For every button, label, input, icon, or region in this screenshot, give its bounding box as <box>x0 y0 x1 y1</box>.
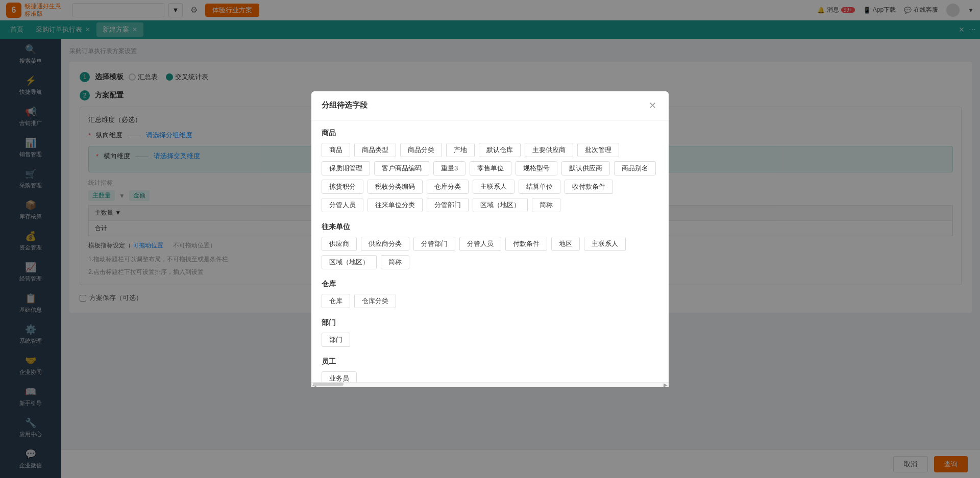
field-group-title-4: 员工 <box>322 357 658 366</box>
hscroll-right[interactable]: ▶ <box>663 383 669 387</box>
modal-hscroll: ◀ ▶ <box>311 382 669 387</box>
field-tag-0-0[interactable]: 商品 <box>322 143 350 157</box>
field-tag-1-7[interactable]: 区域（地区） <box>322 255 377 269</box>
modal-overlay: 分组待选字段 ✕ 商品商品商品类型商品分类产地默认仓库主要供应商批次管理保质期管… <box>0 0 980 478</box>
field-tag-0-20[interactable]: 分管人员 <box>322 198 363 212</box>
modal-dialog: 分组待选字段 ✕ 商品商品商品类型商品分类产地默认仓库主要供应商批次管理保质期管… <box>311 91 669 387</box>
field-tag-0-7[interactable]: 保质期管理 <box>322 161 370 175</box>
field-tag-0-19[interactable]: 收付款条件 <box>565 180 613 194</box>
field-tags-4: 业务员 <box>322 371 658 382</box>
field-tag-0-23[interactable]: 区域（地区） <box>473 198 528 212</box>
field-tag-0-18[interactable]: 结算单位 <box>519 180 560 194</box>
field-tag-0-2[interactable]: 商品分类 <box>400 143 442 157</box>
field-tag-0-15[interactable]: 税收分类编码 <box>368 180 423 194</box>
field-tag-0-6[interactable]: 批次管理 <box>577 143 619 157</box>
field-tag-0-14[interactable]: 拣货积分 <box>322 180 363 194</box>
modal-title: 分组待选字段 <box>322 100 368 110</box>
field-tags-2: 仓库仓库分类 <box>322 294 658 308</box>
field-tags-3: 部门 <box>322 333 658 347</box>
field-tags-0: 商品商品类型商品分类产地默认仓库主要供应商批次管理保质期管理客户商品编码重量3零… <box>322 143 658 212</box>
field-tag-1-4[interactable]: 付款条件 <box>505 237 547 251</box>
field-group-0: 商品商品商品类型商品分类产地默认仓库主要供应商批次管理保质期管理客户商品编码重量… <box>322 129 658 212</box>
field-tag-0-1[interactable]: 商品类型 <box>354 143 396 157</box>
field-group-1: 往来单位供应商供应商分类分管部门分管人员付款条件地区主联系人区域（地区）简称 <box>322 222 658 269</box>
field-tag-0-22[interactable]: 分管部门 <box>427 198 469 212</box>
field-group-2: 仓库仓库仓库分类 <box>322 280 658 308</box>
field-tag-0-16[interactable]: 仓库分类 <box>427 180 469 194</box>
field-tag-2-0[interactable]: 仓库 <box>322 294 350 308</box>
field-tag-0-13[interactable]: 商品别名 <box>614 161 656 175</box>
field-tag-1-3[interactable]: 分管人员 <box>459 237 501 251</box>
field-tag-1-0[interactable]: 供应商 <box>322 237 357 251</box>
field-tag-0-24[interactable]: 简称 <box>532 198 560 212</box>
field-group-title-2: 仓库 <box>322 280 658 289</box>
field-tag-0-10[interactable]: 零售单位 <box>470 161 511 175</box>
field-tag-0-4[interactable]: 默认仓库 <box>479 143 521 157</box>
field-tags-1: 供应商供应商分类分管部门分管人员付款条件地区主联系人区域（地区）简称 <box>322 237 658 269</box>
field-group-title-3: 部门 <box>322 318 658 328</box>
field-tag-0-11[interactable]: 规格型号 <box>516 161 557 175</box>
field-tag-2-1[interactable]: 仓库分类 <box>354 294 396 308</box>
field-tag-1-2[interactable]: 分管部门 <box>413 237 455 251</box>
field-tag-0-12[interactable]: 默认供应商 <box>561 161 610 175</box>
field-tag-0-3[interactable]: 产地 <box>446 143 475 157</box>
modal-close-btn[interactable]: ✕ <box>646 99 658 112</box>
modal-body: 商品商品商品类型商品分类产地默认仓库主要供应商批次管理保质期管理客户商品编码重量… <box>311 120 669 382</box>
field-tag-1-5[interactable]: 地区 <box>551 237 580 251</box>
modal-header: 分组待选字段 ✕ <box>311 91 669 120</box>
field-tag-0-21[interactable]: 往来单位分类 <box>368 198 423 212</box>
field-tag-0-17[interactable]: 主联系人 <box>473 180 514 194</box>
field-tag-1-6[interactable]: 主联系人 <box>584 237 626 251</box>
field-tag-3-0[interactable]: 部门 <box>322 333 350 347</box>
field-tag-1-8[interactable]: 简称 <box>381 255 409 269</box>
field-tag-0-5[interactable]: 主要供应商 <box>525 143 573 157</box>
field-group-3: 部门部门 <box>322 318 658 347</box>
field-tag-4-0[interactable]: 业务员 <box>322 371 357 382</box>
field-tag-0-8[interactable]: 客户商品编码 <box>374 161 429 175</box>
hscroll-bar[interactable] <box>313 383 344 386</box>
field-tag-0-9[interactable]: 重量3 <box>433 161 465 175</box>
field-group-title-1: 往来单位 <box>322 222 658 232</box>
field-tag-1-1[interactable]: 供应商分类 <box>361 237 409 251</box>
field-group-4: 员工业务员 <box>322 357 658 382</box>
field-group-title-0: 商品 <box>322 129 658 138</box>
